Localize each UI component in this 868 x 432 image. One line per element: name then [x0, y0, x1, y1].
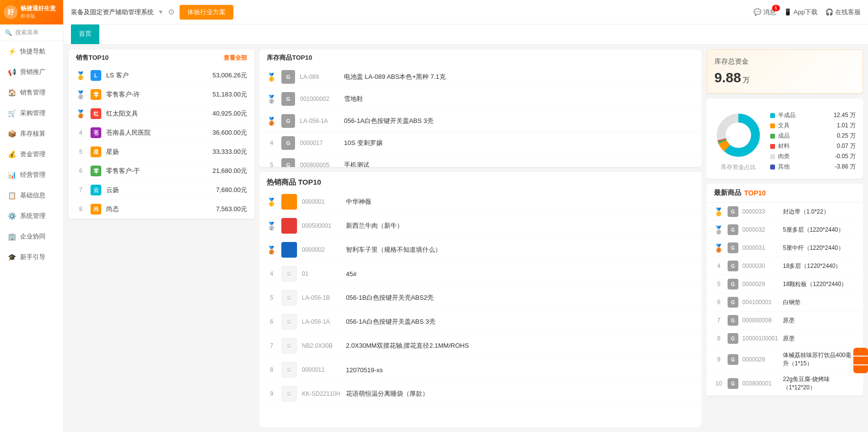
sidebar-item-label: 营销推广 [20, 68, 46, 76]
sidebar-item-label: 系统管理 [20, 212, 46, 220]
rank-num: 8 [76, 206, 86, 213]
newest-g-icon: G [728, 315, 738, 326]
medal-icon: 🥉 [714, 243, 724, 253]
newest-name: 体械荔枝味苏打饮品400毫升（1*15） [783, 351, 856, 368]
product-img [281, 218, 297, 234]
rank-badge: L [91, 70, 101, 81]
trial-button[interactable]: 体验行业方案 [180, 5, 233, 20]
sidebar-search[interactable]: 🔍 搜索菜单 [0, 24, 63, 41]
rank-num: 8 [714, 335, 724, 342]
gear-icon[interactable]: ⚙ [168, 7, 175, 17]
sidebar-item-basic-info[interactable]: 📋 基础信息 [0, 185, 63, 206]
sidebar-item-purchase[interactable]: 🛒 采购管理 [0, 103, 63, 123]
hot-products-list: 🥇 0000001 中华神薇 🥈 000500001 新西兰牛肉（新牛） 🥉 0… [259, 190, 702, 427]
sales-item: 🥇 L LS 客户 53,006.26元 [69, 66, 254, 85]
view-all-sales[interactable]: 查看全部 [224, 54, 247, 62]
sales-top10-panel: 销售TOP10 查看全部 🥇 L LS 客户 53,006.26元 🥈 零 零售… [69, 49, 254, 219]
inventory-product-item: 🥇 G LA-089 电池盖 LA-089 ABS本色+黑种 7.1克 [259, 66, 702, 88]
sales-item: 🥉 红 红太阳文具 40,925.00元 [69, 104, 254, 123]
sidebar-item-label: 经营管理 [20, 170, 46, 179]
message-badge[interactable]: 💬 消息 6 [754, 8, 776, 17]
legend-dot [770, 134, 775, 139]
marketing-icon: 📢 [7, 68, 16, 76]
sidebar-item-marketing[interactable]: 📢 营销推广 [0, 62, 63, 82]
sidebar-item-label: 新手引导 [20, 253, 46, 262]
sidebar-item-guide[interactable]: 🎓 新手引导 [0, 247, 63, 267]
newest-item: 10 G 003800001 22g鱼豆腐-烧烤味（1*12*20） [707, 372, 863, 396]
rank-num: 6 [714, 299, 724, 306]
newest-list: 🥇 G 0000033 封边带（1.0*22） 🥈 G 0000032 5厘多层… [707, 203, 863, 396]
inventory-amount-row: 9.88 万 [714, 70, 855, 86]
customer-service-btn[interactable]: 客服热线 [853, 348, 868, 356]
sidebar-item-enterprise[interactable]: 🏢 企业协同 [0, 226, 63, 247]
right-panel: 库存总资金 9.88 万 [707, 49, 863, 427]
sidebar-item-label: 资金管理 [20, 150, 46, 159]
sidebar-item-system[interactable]: ⚙️ 系统管理 [0, 206, 63, 226]
legend-item: 半成品 12.45 万 [770, 111, 856, 120]
rank-badge: 零 [91, 166, 101, 176]
dropdown-icon[interactable]: ▼ [158, 8, 164, 16]
online-service[interactable]: 🎧 在线客服 [825, 8, 861, 17]
rank-badge: 红 [91, 108, 101, 119]
rank-num: 8 [267, 366, 276, 373]
sidebar-item-label: 基础信息 [20, 191, 46, 200]
service-community-btn[interactable]: 服务社区 [853, 357, 868, 364]
live-btn[interactable]: 直播 [853, 365, 868, 373]
rank-num: 7 [714, 317, 724, 324]
sales-amount: 33,333.00元 [212, 147, 247, 156]
topbar-system: 装备及固定资产辅助管理系统 ▼ ⚙ [71, 7, 175, 17]
newest-code: 0000031 [742, 244, 779, 251]
inventory-amount: 9.88 [714, 70, 741, 85]
sales-item: 8 尚 尚态 7,563.00元 [69, 200, 254, 219]
sidebar: 好 畅捷通好生意 标准版 🔍 搜索菜单 ⚡ 快捷导航 📢 营销推广 🏠 销售管理… [0, 0, 64, 432]
newest-item: 9 G 0000028 体械荔枝味苏打饮品400毫升（1*15） [707, 348, 863, 372]
hot-product-item: 4 G 01 45# [259, 262, 702, 286]
sales-item: 🥈 零 零售客户-许 51,183.00元 [69, 85, 254, 104]
hot-product-item: 6 G LA-056-1A 056-1A白色按键开关盖ABS 3壳 [259, 310, 702, 334]
sidebar-item-sales[interactable]: 🏠 销售管理 [0, 82, 63, 103]
medal-icon: 🥉 [267, 117, 276, 126]
product-code: 000500001 [302, 222, 341, 229]
legend-dot [770, 144, 775, 149]
sales-item: 4 苍 苍南县人民医院 36,600.00元 [69, 123, 254, 143]
hot-product-item: 🥉 0000002 智利车子里（规格不知道填什么） [259, 238, 702, 262]
product-g-icon: G [281, 136, 295, 150]
sidebar-item-finance[interactable]: 💰 资金管理 [0, 144, 63, 165]
product-code: 001000002 [300, 96, 339, 102]
g-icon: G [287, 319, 291, 325]
customer-name: 尚态 [106, 205, 211, 214]
customer-name: 红太阳文具 [106, 109, 207, 118]
hot-product-item: 🥇 0000001 中华神薇 [259, 190, 702, 214]
newest-title: 最新商品 [714, 189, 741, 197]
product-code: NB2.0X30B [302, 342, 341, 349]
inventory-product-item: 4 G 0000017 10S 变刺罗孃 [259, 132, 702, 154]
newest-item: 🥇 G 0000033 封边带（1.0*22） [707, 203, 863, 221]
legend-dot [770, 154, 775, 159]
product-code: 0000017 [300, 140, 339, 146]
sales-list: 🥇 L LS 客户 53,006.26元 🥈 零 零售客户-许 51,183.0… [69, 66, 254, 219]
legend-name: 文具 [778, 121, 834, 130]
newest-item: 🥈 G 0000032 5厘多层（1220*2440） [707, 221, 863, 239]
medal-icon: 🥈 [76, 90, 86, 99]
product-code: 01 [302, 270, 341, 277]
sidebar-item-inventory[interactable]: 📦 库存核算 [0, 123, 63, 144]
newest-name: 18颗粒板（1220*2440） [783, 280, 856, 288]
inventory-card: 库存总资金 9.88 万 [707, 49, 863, 94]
product-g-icon: G [281, 92, 295, 106]
hot-product-item: 9 G KK-SD22110H 花语萌恒温分离睡袋（厚款） [259, 382, 702, 406]
sidebar-subtitle: 标准版 [21, 13, 56, 20]
tab-home[interactable]: 首页 [71, 24, 99, 44]
sales-icon: 🏠 [7, 88, 16, 97]
sidebar-item-operations[interactable]: 📊 经营管理 [0, 165, 63, 185]
newest-code: 0000033 [742, 208, 779, 215]
rank-num: 6 [76, 168, 86, 174]
app-download[interactable]: 📱 App下载 [784, 8, 818, 17]
product-name: 智利车子里（规格不知道填什么） [346, 245, 694, 254]
legend-name: 成品 [778, 132, 834, 140]
medal-icon: 🥇 [267, 72, 276, 82]
legend-dot [770, 113, 775, 118]
g-icon: G [287, 391, 291, 397]
sidebar-item-quick-nav[interactable]: ⚡ 快捷导航 [0, 41, 63, 62]
rank-num: 4 [714, 263, 724, 269]
product-code: 0000002 [302, 246, 341, 253]
